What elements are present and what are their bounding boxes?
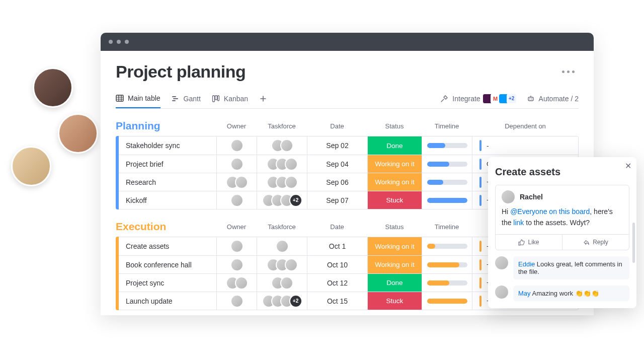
integration-icons: M +2 (485, 94, 517, 104)
reply-author[interactable]: Eddie (518, 260, 535, 268)
avatar (230, 240, 244, 253)
like-button[interactable]: Like (496, 235, 562, 250)
column-owner[interactable]: Owner (216, 122, 257, 130)
item-name[interactable]: Kickoff (119, 191, 216, 209)
timeline-cell[interactable] (422, 256, 472, 273)
status-cell[interactable]: Stuck (367, 191, 422, 209)
panel-scrollbar[interactable] (632, 223, 635, 263)
timeline-cell[interactable] (422, 191, 472, 209)
board-more-button[interactable] (558, 66, 579, 77)
column-timeline[interactable]: Timeline (422, 122, 472, 130)
avatar (280, 139, 293, 152)
floating-avatar (58, 113, 98, 154)
avatar-extra-badge: +2 (289, 295, 302, 308)
plug-icon (440, 95, 448, 103)
reply-button[interactable]: Reply (562, 235, 629, 250)
column-taskforce[interactable]: Taskforce (257, 122, 307, 130)
taskforce-cell[interactable] (257, 256, 307, 273)
avatar (495, 286, 508, 299)
column-dependent[interactable]: Dependent on (472, 122, 579, 130)
item-name[interactable]: Project brief (119, 155, 216, 173)
dependent-cell[interactable]: - (472, 136, 578, 155)
taskforce-cell[interactable] (257, 155, 307, 173)
owner-cell[interactable] (216, 136, 257, 155)
table-row[interactable]: Stakeholder syncSep 02Done- (119, 136, 578, 155)
date-cell[interactable]: Sep 02 (307, 136, 367, 155)
status-cell[interactable]: Working on it (367, 173, 422, 191)
item-name[interactable]: Stakeholder sync (119, 136, 216, 155)
item-name[interactable]: Create assets (119, 237, 216, 255)
timeline-cell[interactable] (422, 237, 472, 255)
date-cell[interactable]: Oct 15 (307, 292, 367, 310)
reply-author[interactable]: May (518, 290, 531, 297)
svg-rect-2 (215, 96, 217, 100)
taskforce-cell[interactable] (257, 274, 307, 292)
owner-cell[interactable] (216, 155, 257, 173)
status-cell[interactable]: Working on it (367, 256, 422, 273)
integrate-button[interactable]: Integrate M +2 (440, 94, 516, 104)
tab-main-table[interactable]: Main table (116, 89, 160, 108)
tab-kanban[interactable]: Kanban (212, 89, 248, 108)
timeline-cell[interactable] (422, 274, 472, 292)
column-date[interactable]: Date (307, 122, 367, 130)
item-name[interactable]: Book conference hall (119, 256, 216, 273)
taskforce-cell[interactable]: +2 (257, 191, 307, 209)
reply: Eddie Looks great, left comments in the … (495, 256, 629, 279)
item-name[interactable]: Research (119, 173, 216, 191)
window-dot (109, 40, 113, 44)
timeline-cell[interactable] (422, 155, 472, 173)
automate-button[interactable]: Automate / 2 (527, 95, 579, 103)
date-cell[interactable]: Sep 06 (307, 173, 367, 191)
date-cell[interactable]: Sep 04 (307, 155, 367, 173)
date-cell[interactable]: Oct 12 (307, 274, 367, 292)
owner-cell[interactable] (216, 292, 257, 310)
avatar (230, 139, 244, 152)
column-owner[interactable]: Owner (216, 223, 257, 231)
owner-cell[interactable] (216, 256, 257, 273)
status-cell[interactable]: Done (367, 136, 422, 155)
add-view-button[interactable] (259, 95, 267, 103)
timeline-cell[interactable] (422, 136, 472, 155)
item-name[interactable]: Launch update (119, 292, 216, 310)
taskforce-cell[interactable]: +2 (257, 292, 307, 310)
mention-link[interactable]: @Everyone on this board (510, 207, 590, 216)
taskforce-cell[interactable] (257, 173, 307, 191)
column-taskforce[interactable]: Taskforce (257, 223, 307, 231)
owner-cell[interactable] (216, 274, 257, 292)
update-card: Rachel Hi @Everyone on this board, here'… (495, 185, 629, 250)
item-name[interactable]: Project sync (119, 274, 216, 292)
panel-close-button[interactable]: ✕ (625, 161, 631, 171)
column-timeline[interactable]: Timeline (422, 223, 472, 231)
window-dot (117, 40, 121, 44)
owner-cell[interactable] (216, 191, 257, 209)
avatar (502, 190, 515, 203)
group-name[interactable]: Planning (116, 120, 216, 132)
owner-cell[interactable] (216, 237, 257, 255)
status-cell[interactable]: Working on it (367, 237, 422, 255)
timeline-cell[interactable] (422, 173, 472, 191)
column-date[interactable]: Date (307, 223, 367, 231)
floating-avatar (11, 146, 51, 186)
tab-gantt[interactable]: Gantt (172, 89, 201, 108)
asset-link[interactable]: link (513, 219, 524, 227)
owner-cell[interactable] (216, 173, 257, 191)
date-cell[interactable]: Oct 10 (307, 256, 367, 273)
column-status[interactable]: Status (367, 122, 422, 130)
status-cell[interactable]: Done (367, 274, 422, 292)
svg-rect-0 (116, 95, 123, 101)
reply-bubble: Eddie Looks great, left comments in the … (513, 256, 629, 279)
group-name[interactable]: Execution (116, 221, 216, 233)
status-cell[interactable]: Working on it (367, 155, 422, 173)
column-status[interactable]: Status (367, 223, 422, 231)
taskforce-cell[interactable] (257, 136, 307, 155)
avatar (285, 258, 298, 271)
window-dot (125, 40, 129, 44)
timeline-cell[interactable] (422, 292, 472, 310)
date-cell[interactable]: Sep 07 (307, 191, 367, 209)
status-cell[interactable]: Stuck (367, 292, 422, 310)
date-cell[interactable]: Oct 1 (307, 237, 367, 255)
avatar (235, 176, 248, 189)
avatar (230, 194, 244, 207)
taskforce-cell[interactable] (257, 237, 307, 255)
automate-label: Automate / 2 (539, 95, 579, 103)
